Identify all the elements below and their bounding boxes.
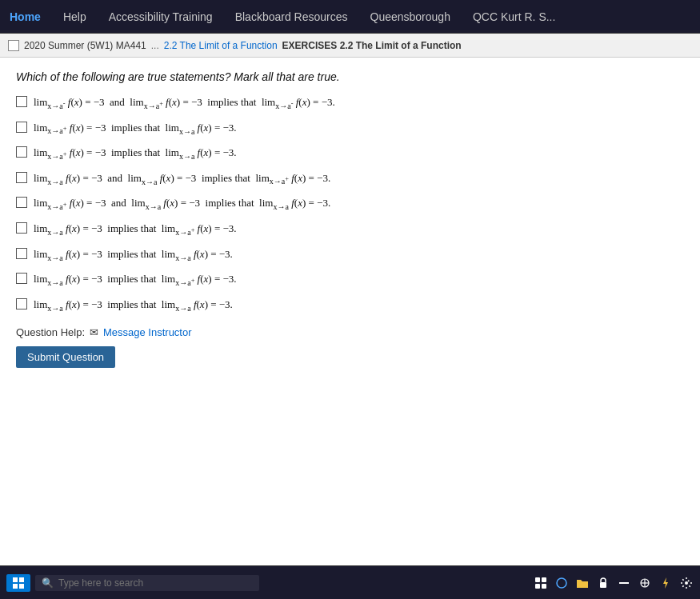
nav-qcc[interactable]: QCC Kurt R. S... <box>473 10 555 23</box>
lock-icon[interactable] <box>596 576 610 590</box>
edge-icon[interactable] <box>554 576 569 590</box>
option-checkbox-1[interactable] <box>16 96 27 107</box>
search-input[interactable] <box>58 577 253 589</box>
svg-rect-1 <box>542 577 546 582</box>
envelope-icon: ✉ <box>90 326 98 338</box>
option-text-4: limx→a f(x) = −3 and limx→a f(x) = −3 im… <box>34 170 330 188</box>
start-button[interactable] <box>6 574 30 592</box>
main-content: Which of the following are true statemen… <box>0 58 700 565</box>
help-label: Question Help: <box>16 326 85 338</box>
option-checkbox-8[interactable] <box>16 273 27 284</box>
taskview-icon[interactable] <box>534 576 548 590</box>
breadcrumb-sep: ... <box>151 40 159 51</box>
option-text-8: limx→a f(x) = −3 implies that limx→a+ f(… <box>34 271 237 289</box>
list-item: limx→a f(x) = −3 implies that limx→a f(x… <box>16 297 684 314</box>
nav-bar: Home Help Accessibility Training Blackbo… <box>0 0 700 34</box>
settings-icon[interactable] <box>679 576 694 590</box>
taskbar: 🔍 <box>0 565 700 599</box>
minus-icon[interactable] <box>617 576 631 590</box>
option-text-9: limx→a f(x) = −3 implies that limx→a f(x… <box>34 297 233 314</box>
svg-rect-5 <box>600 582 606 588</box>
nav-queensborough[interactable]: Queensborough <box>370 10 450 23</box>
taskbar-search[interactable]: 🔍 <box>35 575 259 591</box>
list-item: limx→a+ f(x) = −3 implies that limx→a f(… <box>16 120 684 138</box>
svg-rect-0 <box>535 577 540 582</box>
option-text-1: limx→a- f(x) = −3 and limx→a+ f(x) = −3 … <box>34 94 335 112</box>
question-help: Question Help: ✉ Message Instructor <box>16 326 684 338</box>
svg-rect-6 <box>619 582 629 584</box>
option-checkbox-2[interactable] <box>16 122 27 133</box>
option-text-2: limx→a+ f(x) = −3 implies that limx→a f(… <box>34 120 237 138</box>
option-checkbox-4[interactable] <box>16 172 27 183</box>
breadcrumb-current: EXERCISES 2.2 The Limit of a Function <box>282 40 462 51</box>
option-checkbox-9[interactable] <box>16 298 27 309</box>
question-prompt: Which of the following are true statemen… <box>16 70 684 83</box>
option-checkbox-6[interactable] <box>16 222 27 234</box>
option-checkbox-5[interactable] <box>16 197 27 208</box>
breadcrumb-bar: 2020 Summer (5W1) MA441 ... 2.2 The Limi… <box>0 34 700 58</box>
nav-accessibility[interactable]: Accessibility Training <box>109 10 213 23</box>
option-text-5: limx→a+ f(x) = −3 and limx→a f(x) = −3 i… <box>34 195 330 213</box>
svg-rect-2 <box>535 584 540 589</box>
svg-point-4 <box>557 578 566 588</box>
breadcrumb-course: 2020 Summer (5W1) MA441 <box>24 40 146 51</box>
search-icon: 🔍 <box>42 577 54 589</box>
option-text-3: limx→a+ f(x) = −3 implies that limx→a f(… <box>34 145 237 162</box>
breadcrumb-section[interactable]: 2.2 The Limit of a Function <box>164 40 278 51</box>
option-checkbox-7[interactable] <box>16 248 27 259</box>
lightning-icon[interactable] <box>658 576 673 590</box>
submit-button[interactable]: Submit Question <box>16 346 115 368</box>
nav-blackboard[interactable]: Blackboard Resources <box>235 10 348 23</box>
nav-help[interactable]: Help <box>63 10 86 23</box>
list-item: limx→a f(x) = −3 implies that limx→a+ f(… <box>16 271 684 289</box>
message-instructor-link[interactable]: Message Instructor <box>103 326 192 338</box>
folder-icon[interactable] <box>575 576 590 590</box>
network-icon[interactable] <box>638 576 652 590</box>
breadcrumb-checkbox[interactable] <box>8 40 19 51</box>
option-text-6: limx→a f(x) = −3 implies that limx→a+ f(… <box>34 221 237 238</box>
list-item: limx→a+ f(x) = −3 implies that limx→a f(… <box>16 145 684 162</box>
option-checkbox-3[interactable] <box>16 146 27 158</box>
list-item: limx→a f(x) = −3 implies that limx→a+ f(… <box>16 221 684 238</box>
options-list: limx→a- f(x) = −3 and limx→a+ f(x) = −3 … <box>16 94 684 313</box>
windows-icon <box>13 577 24 589</box>
nav-home[interactable]: Home <box>10 10 41 23</box>
svg-point-11 <box>685 581 688 585</box>
taskbar-system-icons <box>534 576 694 590</box>
list-item: limx→a+ f(x) = −3 and limx→a f(x) = −3 i… <box>16 195 684 213</box>
list-item: limx→a f(x) = −3 implies that limx→a f(x… <box>16 246 684 264</box>
svg-marker-10 <box>663 577 668 589</box>
list-item: limx→a f(x) = −3 and limx→a f(x) = −3 im… <box>16 170 684 188</box>
list-item: limx→a- f(x) = −3 and limx→a+ f(x) = −3 … <box>16 94 684 112</box>
svg-rect-3 <box>542 584 546 589</box>
option-text-7: limx→a f(x) = −3 implies that limx→a f(x… <box>34 246 233 264</box>
